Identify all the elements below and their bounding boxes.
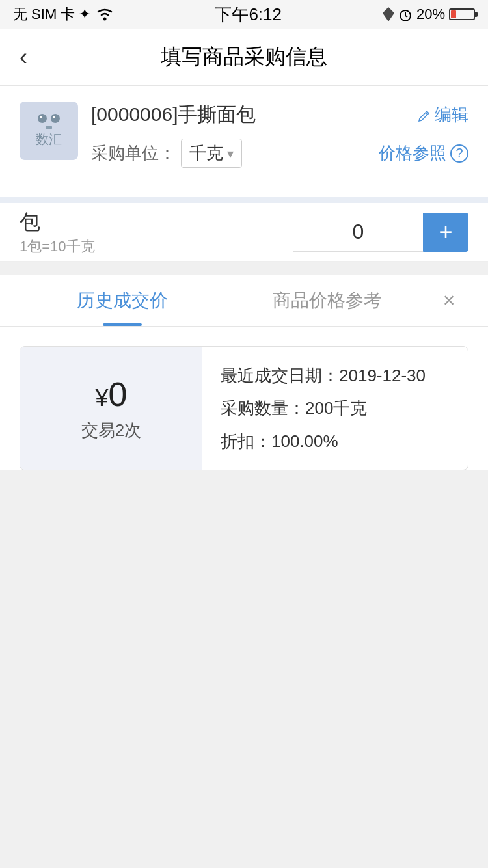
section-divider — [0, 197, 488, 203]
quantity-unit-sub: 1包=10千克 — [20, 237, 137, 256]
battery-icon — [449, 8, 475, 20]
status-right: 20% — [383, 6, 475, 23]
tab-history-price-label: 历史成交价 — [77, 288, 168, 313]
tab-product-price-ref[interactable]: 商品价格参考 — [224, 275, 429, 326]
price-card: ¥0 交易2次 最近成交日期：2019-12-30 采购数量：200千克 折扣：… — [20, 346, 468, 470]
price-ref-label: 价格参照 — [379, 142, 446, 165]
product-header: 数汇 [0000006]手撕面包 编辑 采购单位： 千克 — [20, 102, 468, 168]
unit-selector[interactable]: 千克 ▾ — [181, 139, 242, 168]
tab-history-price[interactable]: 历史成交价 — [20, 275, 224, 326]
alarm-icon — [398, 7, 413, 21]
recent-date-value: 2019-12-30 — [339, 366, 426, 385]
price-card-left: ¥0 交易2次 — [20, 347, 202, 470]
edit-icon — [418, 108, 432, 122]
status-bar: 无 SIM 卡 ✦ 下午6:12 20% — [0, 0, 488, 29]
price-card-right: 最近成交日期：2019-12-30 采购数量：200千克 折扣：100.00% — [202, 347, 468, 470]
discount-row: 折扣：100.00% — [221, 429, 450, 453]
svg-line-3 — [405, 16, 407, 17]
discount-value: 100.00% — [271, 431, 338, 451]
product-name-row: [0000006]手撕面包 编辑 — [91, 102, 468, 128]
battery-percent: 20% — [416, 6, 445, 23]
price-amount: ¥0 — [96, 375, 128, 414]
product-info: [0000006]手撕面包 编辑 采购单位： 千克 ▾ — [91, 102, 468, 168]
back-button[interactable]: ‹ — [20, 44, 59, 71]
product-card: 数汇 [0000006]手撕面包 编辑 采购单位： 千克 — [0, 86, 488, 197]
product-thumbnail: 数汇 — [20, 102, 78, 160]
currency-symbol: ¥ — [96, 385, 109, 411]
quantity-unit-main: 包 — [20, 208, 137, 237]
unit-dropdown-arrow: ▾ — [227, 146, 234, 161]
product-unit-row: 采购单位： 千克 ▾ 价格参照 ? — [91, 139, 468, 168]
quantity-row: 包 1包=10千克 0 + — [0, 203, 488, 262]
signal-text: 无 SIM 卡 ✦ — [13, 5, 90, 24]
quantity-input-block: 0 + — [137, 213, 468, 252]
purchase-qty-label: 采购数量： — [221, 398, 305, 418]
unit-label: 采购单位： — [91, 142, 176, 165]
status-time: 下午6:12 — [215, 3, 282, 26]
tab-product-price-ref-label: 商品价格参考 — [273, 288, 382, 313]
quantity-label-block: 包 1包=10千克 — [20, 208, 137, 256]
edit-label: 编辑 — [435, 103, 468, 126]
edit-button[interactable]: 编辑 — [418, 103, 468, 126]
page-bottom — [0, 490, 488, 868]
recent-date-row: 最近成交日期：2019-12-30 — [221, 364, 450, 387]
quantity-input[interactable]: 0 — [293, 213, 423, 252]
tab-section: 历史成交价 商品价格参考 × ¥0 交易2次 最近成交日期：2019-12-30… — [0, 275, 488, 470]
recent-date-label: 最近成交日期： — [221, 366, 339, 385]
price-value: 0 — [109, 375, 128, 413]
status-left: 无 SIM 卡 ✦ — [13, 5, 114, 24]
price-ref-button[interactable]: 价格参照 ? — [379, 142, 468, 165]
unit-value: 千克 — [189, 142, 223, 165]
page-title: 填写商品采购信息 — [161, 43, 327, 72]
svg-point-0 — [103, 18, 107, 21]
price-ref-help-icon: ? — [450, 144, 468, 163]
tab-header: 历史成交价 商品价格参考 × — [0, 275, 488, 327]
product-name: [0000006]手撕面包 — [91, 102, 256, 128]
purchase-qty-row: 采购数量：200千克 — [221, 396, 450, 420]
location-icon — [383, 7, 394, 21]
tab-close-button[interactable]: × — [429, 281, 468, 320]
discount-label: 折扣： — [221, 431, 271, 451]
wifi-icon — [96, 8, 114, 21]
price-transactions: 交易2次 — [81, 419, 141, 442]
purchase-qty-value: 200千克 — [305, 398, 367, 418]
nav-bar: ‹ 填写商品采购信息 — [0, 29, 488, 86]
quantity-plus-button[interactable]: + — [423, 213, 468, 252]
